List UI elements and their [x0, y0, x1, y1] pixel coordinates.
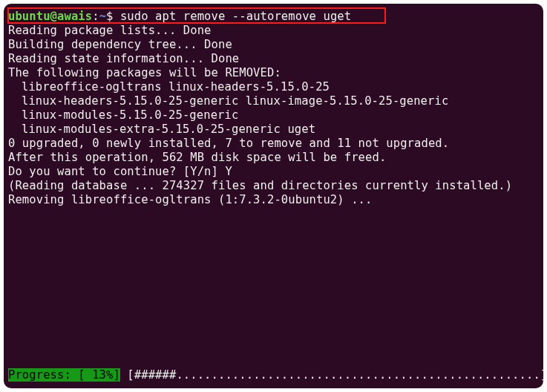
progress-bar: [######.................................…: [120, 368, 547, 382]
prompt-colon: :: [92, 10, 99, 23]
output-line: Reading state information... Done: [8, 52, 539, 66]
progress-label: Progress: [ 13%]: [8, 368, 120, 382]
package-line: libreoffice-ogltrans linux-headers-5.15.…: [8, 80, 539, 94]
prompt-line: ubuntu@awais:~$ sudo apt remove --autore…: [8, 10, 351, 23]
prompt-cwd: ~: [99, 10, 106, 23]
package-line: linux-headers-5.15.0-25-generic linux-im…: [8, 94, 539, 108]
output-line: The following packages will be REMOVED:: [8, 66, 539, 80]
prompt-user-host: ubuntu@awais: [8, 10, 92, 23]
output-line: Removing libreoffice-ogltrans (1:7.3.2-0…: [8, 193, 539, 207]
progress-row: Progress: [ 13%] [######................…: [8, 368, 547, 382]
output-line: After this operation, 562 MB disk space …: [8, 151, 539, 165]
terminal-content: ubuntu@awais:~$ sudo apt remove --autore…: [8, 10, 539, 360]
prompt-dollar: $: [106, 10, 120, 23]
confirm-line: Do you want to continue? [Y/n] Y: [8, 165, 539, 179]
package-line: linux-modules-extra-5.15.0-25-generic ug…: [8, 122, 539, 137]
command-text: sudo apt remove --autoremove uget: [120, 10, 351, 23]
output-line: Reading package lists... Done: [8, 24, 539, 38]
output-line: Building dependency tree... Done: [8, 38, 539, 52]
output-line: 0 upgraded, 0 newly installed, 7 to remo…: [8, 137, 539, 151]
terminal-window[interactable]: ubuntu@awais:~$ sudo apt remove --autore…: [4, 4, 543, 388]
output-line: (Reading database ... 274327 files and d…: [8, 179, 539, 193]
package-line: linux-modules-5.15.0-25-generic: [8, 108, 539, 122]
